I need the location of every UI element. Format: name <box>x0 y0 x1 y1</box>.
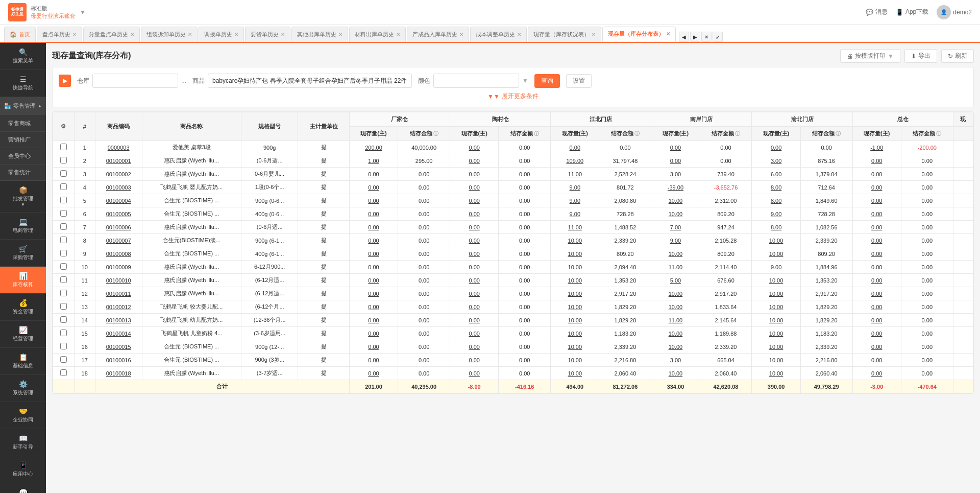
close-icon[interactable]: ✕ <box>666 31 670 37</box>
row-yb-stock[interactable]: 10.00 <box>752 354 800 367</box>
sidebar-item-system[interactable]: ⚙️ 系统管理 <box>0 375 46 402</box>
row-yb-stock[interactable]: 0.00 <box>752 141 800 154</box>
row-checkbox[interactable] <box>53 141 75 154</box>
row-checkbox[interactable] <box>53 247 75 261</box>
sidebar-item-ecommerce[interactable]: 💻 电商管理 <box>0 213 46 240</box>
row-code[interactable]: 00100002 <box>95 168 142 181</box>
row-checkbox[interactable] <box>53 168 75 181</box>
row-checkbox[interactable] <box>53 367 75 380</box>
tab-inventory-single[interactable]: 盘点单历史 ✕ <box>37 27 82 42</box>
row-code[interactable]: 00100016 <box>95 354 142 367</box>
row-na-stock[interactable]: 10.00 <box>651 287 700 300</box>
row-jb-stock[interactable]: 11.00 <box>551 221 599 234</box>
row-yb-stock[interactable]: 6.00 <box>752 168 800 181</box>
tab-next-btn[interactable]: ▶ <box>690 32 700 42</box>
row-jb-stock[interactable]: 10.00 <box>551 274 599 287</box>
row-total-stock[interactable]: 0.00 <box>852 287 901 300</box>
row-total-stock[interactable]: 0.00 <box>852 274 901 287</box>
row-yb-stock[interactable]: 10.00 <box>752 234 800 247</box>
row-checkbox[interactable] <box>53 234 75 247</box>
sidebar-item-guide[interactable]: 📖 新手引导 <box>0 429 46 456</box>
tab-material-out[interactable]: 材料出库单历史 ✕ <box>349 27 406 42</box>
row-vw-stock[interactable]: 0.00 <box>450 287 499 300</box>
tab-cost-adjust[interactable]: 成本调整单历史 ✕ <box>470 27 527 42</box>
row-na-stock[interactable]: 11.00 <box>651 314 700 327</box>
row-vw-stock[interactable]: 0.00 <box>450 314 499 327</box>
row-total-stock[interactable]: 0.00 <box>852 261 901 274</box>
row-na-stock[interactable]: 10.00 <box>651 327 700 340</box>
row-checkbox[interactable] <box>53 221 75 234</box>
tab-demand[interactable]: 要货单历史 ✕ <box>245 27 290 42</box>
row-na-stock[interactable]: -39.00 <box>651 181 700 194</box>
row-jb-stock[interactable]: 11.00 <box>551 168 599 181</box>
row-yb-stock[interactable]: 10.00 <box>752 247 800 261</box>
print-btn[interactable]: 🖨 按模版打印 ▼ <box>840 49 900 63</box>
row-yb-stock[interactable]: 10.00 <box>752 327 800 340</box>
sidebar-item-wholesale[interactable]: 📦 批发管理 ▼ <box>0 181 46 213</box>
messages-btn[interactable]: 💬 消息 <box>866 8 888 16</box>
row-checkbox[interactable] <box>53 274 75 287</box>
row-yb-stock[interactable]: 3.00 <box>752 154 800 168</box>
row-code[interactable]: 00100001 <box>95 154 142 168</box>
tab-assembly[interactable]: 组装拆卸单历史 ✕ <box>141 27 198 42</box>
row-total-stock[interactable]: 0.00 <box>852 168 901 181</box>
row-jb-stock[interactable]: 109.00 <box>551 154 599 168</box>
row-vw-stock[interactable]: 0.00 <box>450 327 499 340</box>
row-total-stock[interactable]: 0.00 <box>852 367 901 380</box>
tab-product-in[interactable]: 产成品入库单历史 ✕ <box>407 27 469 42</box>
app-download-btn[interactable]: 📱 App下载 <box>896 8 928 16</box>
row-na-stock[interactable]: 10.00 <box>651 340 700 354</box>
row-fw-stock[interactable]: 0.00 <box>349 168 398 181</box>
sidebar-item-purchase[interactable]: 🛒 采购管理 <box>0 240 46 267</box>
row-code[interactable]: 00100012 <box>95 300 142 314</box>
row-total-stock[interactable]: 0.00 <box>852 194 901 207</box>
row-total-stock[interactable]: -1.00 <box>852 141 901 154</box>
row-jb-stock[interactable]: 10.00 <box>551 287 599 300</box>
row-code[interactable]: 00100006 <box>95 221 142 234</box>
row-fw-stock[interactable]: 0.00 <box>349 261 398 274</box>
row-na-stock[interactable]: 7.00 <box>651 221 700 234</box>
row-na-stock[interactable]: 10.00 <box>651 247 700 261</box>
tab-home[interactable]: 🏠 首页 <box>4 27 36 42</box>
row-vw-stock[interactable]: 0.00 <box>450 340 499 354</box>
row-code[interactable]: 00100015 <box>95 340 142 354</box>
sidebar-item-basic[interactable]: 📋 基础信息 <box>0 348 46 375</box>
row-code[interactable]: 00100010 <box>95 274 142 287</box>
row-vw-stock[interactable]: 0.00 <box>450 221 499 234</box>
row-na-stock[interactable]: 9.00 <box>651 234 700 247</box>
close-icon[interactable]: ✕ <box>72 32 77 37</box>
row-fw-stock[interactable]: 200.00 <box>349 141 398 154</box>
row-vw-stock[interactable]: 0.00 <box>450 354 499 367</box>
row-na-stock[interactable]: 0.00 <box>651 141 700 154</box>
tab-branch-inventory[interactable]: 分量盘点单历史 ✕ <box>83 27 140 42</box>
row-fw-stock[interactable]: 0.00 <box>349 207 398 221</box>
row-fw-stock[interactable]: 0.00 <box>349 274 398 287</box>
row-fw-stock[interactable]: 1.00 <box>349 154 398 168</box>
row-vw-stock[interactable]: 0.00 <box>450 234 499 247</box>
row-yb-stock[interactable]: 9.00 <box>752 261 800 274</box>
row-checkbox[interactable] <box>53 327 75 340</box>
row-code[interactable]: 00100007 <box>95 234 142 247</box>
row-code[interactable]: 00100018 <box>95 367 142 380</box>
row-vw-stock[interactable]: 0.00 <box>450 247 499 261</box>
row-jb-stock[interactable]: 0.00 <box>551 141 599 154</box>
row-code[interactable]: 00100005 <box>95 207 142 221</box>
row-total-stock[interactable]: 0.00 <box>852 314 901 327</box>
row-yb-stock[interactable]: 10.00 <box>752 287 800 300</box>
row-total-stock[interactable]: 0.00 <box>852 300 901 314</box>
tab-stock-status[interactable]: 现存量（库存状况表） ✕ <box>528 27 601 42</box>
row-na-stock[interactable]: 3.00 <box>651 354 700 367</box>
sidebar-item-retail-shop[interactable]: 零售商城 <box>0 115 46 132</box>
close-icon[interactable]: ✕ <box>234 32 238 37</box>
row-checkbox[interactable] <box>53 181 75 194</box>
row-fw-stock[interactable]: 0.00 <box>349 287 398 300</box>
row-fw-stock[interactable]: 0.00 <box>349 367 398 380</box>
row-jb-stock[interactable]: 9.00 <box>551 194 599 207</box>
row-checkbox[interactable] <box>53 314 75 327</box>
row-total-stock[interactable]: 0.00 <box>852 354 901 367</box>
row-yb-stock[interactable]: 10.00 <box>752 314 800 327</box>
row-vw-stock[interactable]: 0.00 <box>450 367 499 380</box>
row-total-stock[interactable]: 0.00 <box>852 221 901 234</box>
close-icon[interactable]: ✕ <box>592 32 596 37</box>
row-jb-stock[interactable]: 10.00 <box>551 234 599 247</box>
